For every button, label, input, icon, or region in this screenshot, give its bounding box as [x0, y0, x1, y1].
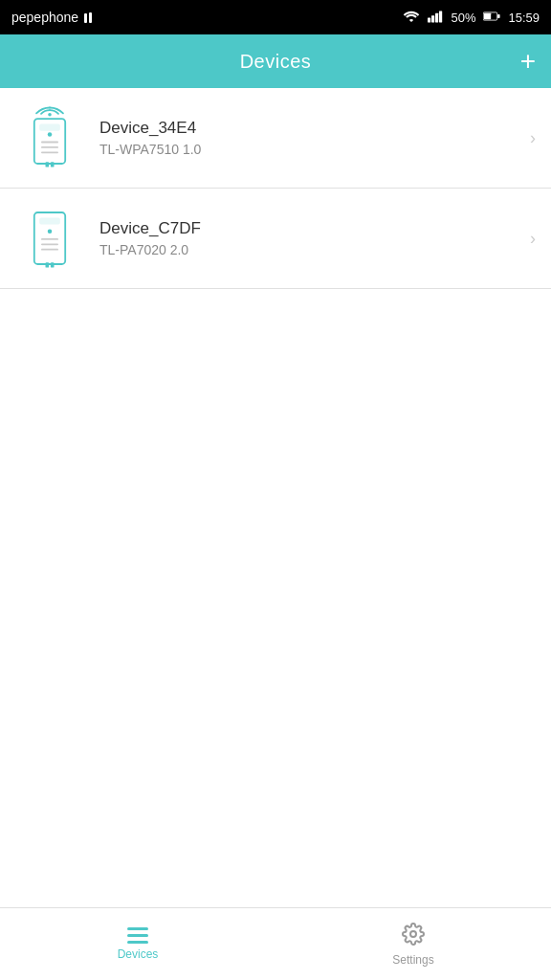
carrier-icon	[84, 10, 101, 26]
nav-label-settings: Settings	[392, 953, 433, 967]
time: 15:59	[508, 11, 540, 25]
svg-rect-21	[41, 238, 58, 240]
settings-icon	[402, 923, 425, 949]
device-model: TL-WPA7510 1.0	[99, 142, 522, 157]
svg-rect-22	[41, 243, 58, 245]
svg-rect-25	[51, 262, 55, 267]
svg-point-26	[410, 931, 416, 937]
nav-item-settings[interactable]: Settings	[276, 908, 551, 980]
status-bar: pepephone 50%	[0, 0, 551, 34]
carrier-name: pepephone	[11, 10, 78, 25]
svg-point-12	[48, 132, 53, 137]
svg-rect-11	[39, 124, 60, 131]
svg-rect-16	[46, 162, 50, 167]
device-info: Device_C7DF TL-PA7020 2.0	[99, 219, 522, 257]
status-bar-right: 50% 15:59	[403, 10, 540, 26]
device-list: Device_34E4 TL-WPA7510 1.0 ›	[0, 88, 551, 907]
add-device-button[interactable]: +	[520, 48, 536, 75]
bottom-nav: Devices Settings	[0, 907, 551, 980]
svg-point-20	[48, 230, 53, 234]
device-2-icon	[21, 204, 78, 273]
battery-text: 50%	[451, 11, 475, 25]
svg-rect-24	[46, 262, 50, 267]
svg-rect-17	[51, 162, 55, 167]
svg-rect-15	[41, 151, 58, 153]
device-item[interactable]: Device_C7DF TL-PA7020 2.0 ›	[0, 189, 551, 289]
nav-item-devices[interactable]: Devices	[0, 908, 276, 980]
device-info: Device_34E4 TL-WPA7510 1.0	[99, 119, 522, 157]
svg-rect-23	[41, 249, 58, 251]
svg-rect-5	[439, 11, 442, 22]
svg-point-9	[48, 113, 52, 117]
app-header: Devices +	[0, 34, 551, 88]
svg-rect-7	[498, 13, 500, 17]
chevron-right-icon: ›	[530, 229, 536, 249]
svg-rect-2	[428, 17, 430, 22]
svg-rect-0	[84, 13, 87, 23]
battery-icon	[483, 11, 500, 25]
device-model: TL-PA7020 2.0	[99, 242, 522, 257]
nav-label-devices: Devices	[118, 947, 159, 961]
svg-rect-19	[39, 217, 60, 224]
page-title: Devices	[240, 51, 312, 73]
devices-icon	[127, 927, 148, 944]
wifi-icon	[403, 10, 420, 26]
chevron-right-icon: ›	[530, 128, 536, 148]
device-name: Device_C7DF	[99, 219, 522, 238]
svg-rect-14	[41, 146, 58, 148]
svg-rect-13	[41, 142, 58, 144]
svg-rect-1	[89, 12, 92, 23]
device-1-icon	[21, 103, 78, 172]
device-icon-wrap	[15, 204, 84, 273]
svg-rect-4	[435, 12, 438, 22]
device-item[interactable]: Device_34E4 TL-WPA7510 1.0 ›	[0, 88, 551, 189]
signal-icon	[428, 10, 443, 26]
device-icon-wrap	[15, 103, 84, 172]
device-name: Device_34E4	[99, 119, 522, 138]
svg-rect-3	[431, 15, 434, 22]
status-bar-left: pepephone	[11, 10, 101, 26]
svg-rect-8	[484, 12, 491, 19]
